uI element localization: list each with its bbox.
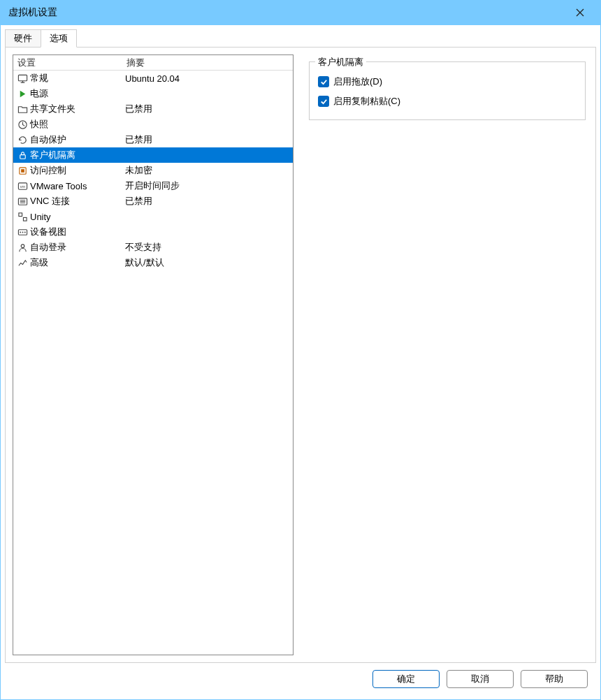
copy-label: 启用复制粘贴(C) bbox=[333, 95, 400, 108]
user-icon bbox=[16, 241, 29, 254]
guest-isolation-group: 客户机隔离 启用拖放(D) 启用复制粘贴(C) bbox=[309, 61, 586, 120]
row-summary: 已禁用 bbox=[125, 103, 293, 115]
svg-rect-8 bbox=[18, 212, 22, 216]
row-name: 自动保护 bbox=[30, 133, 66, 146]
copy-checkbox[interactable] bbox=[318, 96, 329, 107]
chart-icon bbox=[16, 256, 29, 269]
drag-row: 启用拖放(D) bbox=[318, 72, 577, 92]
list-row[interactable]: 快照 bbox=[13, 117, 293, 132]
list-row[interactable]: 常规 Ubuntu 20.04 bbox=[13, 71, 293, 86]
list-row[interactable]: 客户机隔离 bbox=[13, 147, 293, 163]
lock-icon bbox=[16, 149, 29, 161]
row-summary: Ubuntu 20.04 bbox=[125, 73, 293, 84]
monitor-icon bbox=[16, 72, 29, 85]
svg-point-14 bbox=[21, 244, 24, 247]
row-summary: 已禁用 bbox=[125, 133, 293, 146]
vnc-icon bbox=[16, 195, 29, 207]
row-name: 访问控制 bbox=[30, 164, 66, 177]
list-row[interactable]: VNC 连接 已禁用 bbox=[13, 194, 293, 209]
settings-list[interactable]: 设置 摘要 常规 Ubuntu 20.04 电源 共享文件夹 已禁用 快照 自动… bbox=[13, 54, 294, 655]
list-row[interactable]: 电源 bbox=[13, 86, 293, 101]
row-summary: 开启时间同步 bbox=[125, 180, 293, 192]
row-name: 电源 bbox=[30, 87, 48, 100]
drag-checkbox[interactable] bbox=[318, 76, 329, 87]
vm-icon: vm bbox=[16, 180, 29, 192]
row-name: VNC 连接 bbox=[30, 195, 70, 207]
row-name: 共享文件夹 bbox=[30, 103, 75, 115]
list-row[interactable]: Unity bbox=[13, 209, 293, 224]
svg-text:vm: vm bbox=[20, 184, 25, 189]
folder-icon bbox=[16, 103, 29, 115]
list-row[interactable]: 自动登录 不受支持 bbox=[13, 240, 293, 255]
svg-rect-2 bbox=[20, 154, 25, 159]
svg-point-13 bbox=[24, 231, 25, 233]
row-name: 设备视图 bbox=[30, 226, 66, 238]
header-summary: 摘要 bbox=[126, 57, 293, 69]
tab-panel-options: 设置 摘要 常规 Ubuntu 20.04 电源 共享文件夹 已禁用 快照 自动… bbox=[5, 47, 596, 663]
row-summary: 已禁用 bbox=[125, 195, 293, 207]
list-row[interactable]: vm VMware Tools 开启时间同步 bbox=[13, 178, 293, 194]
header-setting: 设置 bbox=[17, 57, 126, 69]
svg-point-12 bbox=[22, 231, 23, 233]
row-name: 客户机隔离 bbox=[30, 149, 75, 161]
clock-icon bbox=[16, 118, 29, 131]
row-summary: 未加密 bbox=[125, 164, 293, 177]
list-row[interactable]: 访问控制 未加密 bbox=[13, 163, 293, 178]
row-name: 自动登录 bbox=[30, 241, 66, 254]
cancel-button[interactable]: 取消 bbox=[447, 670, 514, 688]
detail-panel: 客户机隔离 启用拖放(D) 启用复制粘贴(C) bbox=[306, 54, 588, 655]
ok-button[interactable]: 确定 bbox=[372, 670, 440, 688]
tab-hardware[interactable]: 硬件 bbox=[5, 29, 41, 48]
row-name: Unity bbox=[30, 212, 51, 222]
device-icon bbox=[16, 226, 29, 238]
row-summary: 默认/默认 bbox=[125, 256, 293, 269]
svg-point-11 bbox=[20, 231, 21, 233]
list-row[interactable]: 高级 默认/默认 bbox=[13, 255, 293, 270]
row-name: 快照 bbox=[30, 118, 48, 131]
svg-rect-0 bbox=[18, 75, 27, 80]
row-name: 常规 bbox=[30, 72, 48, 85]
tab-options[interactable]: 选项 bbox=[41, 29, 77, 48]
row-name: 高级 bbox=[30, 256, 48, 269]
power-icon bbox=[16, 87, 29, 100]
dialog-buttons: 确定 取消 帮助 bbox=[5, 663, 596, 695]
list-row[interactable]: 自动保护 已禁用 bbox=[13, 132, 293, 147]
shield-icon bbox=[16, 164, 29, 177]
titlebar: 虚拟机设置 bbox=[0, 0, 601, 25]
tabs: 硬件 选项 bbox=[5, 29, 596, 48]
group-title: 客户机隔离 bbox=[315, 56, 366, 68]
window-title: 虚拟机设置 bbox=[8, 6, 567, 19]
copy-row: 启用复制粘贴(C) bbox=[318, 92, 577, 111]
list-row[interactable]: 设备视图 bbox=[13, 224, 293, 240]
list-header: 设置 摘要 bbox=[13, 55, 293, 71]
svg-rect-9 bbox=[23, 217, 27, 221]
unity-icon bbox=[16, 210, 29, 223]
list-row[interactable]: 共享文件夹 已禁用 bbox=[13, 101, 293, 117]
help-button[interactable]: 帮助 bbox=[521, 670, 588, 688]
drag-label: 启用拖放(D) bbox=[333, 75, 382, 88]
svg-rect-4 bbox=[21, 169, 24, 173]
row-summary: 不受支持 bbox=[125, 241, 293, 254]
restore-icon bbox=[16, 133, 29, 146]
row-name: VMware Tools bbox=[30, 181, 87, 191]
close-icon[interactable] bbox=[567, 0, 593, 25]
